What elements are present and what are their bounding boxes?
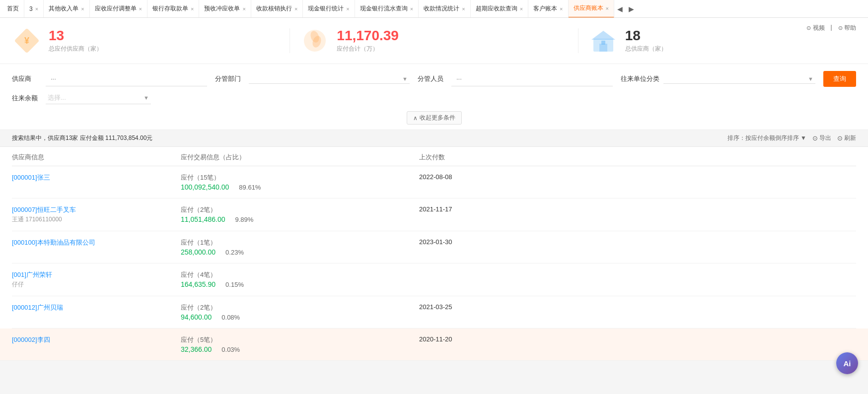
svg-rect-7 <box>599 44 607 52</box>
stat-divider-2 <box>578 28 579 53</box>
nav-tab-collection-stats-close[interactable]: × <box>462 6 465 12</box>
nav-tab-collection-close[interactable]: × <box>294 6 297 12</box>
total-suppliers-icon <box>588 26 618 56</box>
nav-tab-overdue-close[interactable]: × <box>520 6 523 12</box>
category-select[interactable]: ▼ <box>663 74 816 84</box>
supplier-link-2[interactable]: [000100]本特勤油品有限公司 <box>12 239 95 246</box>
nav-tab-bank-deposit[interactable]: 银行存取款单 × <box>147 0 199 18</box>
lastpay-date-0: 2022-08-08 <box>419 173 452 181</box>
nav-tab-3-close[interactable]: × <box>35 6 38 12</box>
nav-tab-cash-flow[interactable]: 现金银行流水查询 × <box>355 0 419 18</box>
play-icon: ⊙ <box>806 25 811 31</box>
store-icon <box>589 27 617 55</box>
svg-rect-8 <box>601 41 605 45</box>
supplier-link-1[interactable]: [000007]恒旺二手叉车 <box>12 206 76 213</box>
nav-tab-supplier-book-label: 供应商账本 <box>574 4 603 12</box>
supplier-link-5[interactable]: [000002]李四 <box>12 336 50 343</box>
trans-percent-3: 0.15% <box>225 281 244 288</box>
trans-amount-2[interactable]: 258,000.00 <box>181 248 216 256</box>
supplier-link-0[interactable]: [000001]张三 <box>12 174 50 181</box>
trans-amount-4[interactable]: 94,600.00 <box>181 313 212 321</box>
nav-tab-collection-stats-label: 收款情况统计 <box>424 4 459 13</box>
stat3-content: 18 总供应商（家） <box>625 29 667 53</box>
category-chevron-icon: ▼ <box>808 76 813 82</box>
query-button[interactable]: 查询 <box>823 71 856 87</box>
nav-tab-other-income-label: 其他收入单 <box>49 4 78 13</box>
stat-payable-total: 11,170.39 应付合计（万） <box>300 26 568 56</box>
table-row: [000007]恒旺二手叉车 王通 17106110000 应付（2笔） 11,… <box>12 198 856 231</box>
results-summary: 搜索结果中，供应商13家 应付金额 111,703,854.00元 <box>12 134 152 142</box>
transaction-cell-5: 应付（5笔） 32,366.00 0.03% <box>181 335 419 353</box>
nav-tab-customer-book[interactable]: 客户账本 × <box>528 0 568 18</box>
transaction-cell-4: 应付（2笔） 94,600.00 0.08% <box>181 303 419 321</box>
video-link[interactable]: ⊙ 视频 <box>806 24 824 32</box>
supplier-filter-input[interactable] <box>48 73 205 84</box>
filter-balance: 往来余额 选择... ▼ <box>12 92 151 104</box>
nav-tab-cash-stats[interactable]: 现金银行统计 × <box>303 0 355 18</box>
sort-label[interactable]: 排序：按应付余额倒序排序 ▼ <box>727 134 806 142</box>
nav-tab-customer-book-close[interactable]: × <box>560 6 563 12</box>
trans-amount-3[interactable]: 164,635.90 <box>181 280 216 288</box>
nav-tab-adjustment[interactable]: 应收应付调整单 × <box>90 0 147 18</box>
nav-tab-other-income[interactable]: 其他收入单 × <box>44 0 89 18</box>
nav-tab-cash-stats-label: 现金银行统计 <box>308 4 344 13</box>
department-select[interactable]: ▼ <box>249 74 410 84</box>
nav-tab-advance-close[interactable]: × <box>242 6 245 12</box>
trans-amount-5[interactable]: 32,366.00 <box>181 345 212 353</box>
col-header-transaction: 应付交易信息（占比） <box>181 153 419 162</box>
transaction-cell-1: 应付（2笔） 11,051,486.00 9.89% <box>181 205 419 223</box>
nav-tab-home[interactable]: 首页 <box>2 0 24 18</box>
nav-tab-collection-stats[interactable]: 收款情况统计 × <box>419 0 470 18</box>
export-button[interactable]: ⊙ 导出 <box>812 134 831 142</box>
col-header-lastpay: 上次付数 <box>419 153 856 162</box>
nav-prev-arrow[interactable]: ◀ <box>614 5 626 13</box>
nav-tab-cash-stats-close[interactable]: × <box>346 6 349 12</box>
table-row: [000012]广州贝瑞 应付（2笔） 94,600.00 0.08% 2021… <box>12 296 856 328</box>
payable-suppliers-icon: ¥ <box>12 26 42 56</box>
nav-tab-advance[interactable]: 预收冲应收单 × <box>199 0 251 18</box>
nav-tab-3[interactable]: 3 × <box>24 0 44 18</box>
nav-tab-adjustment-close[interactable]: × <box>139 6 142 12</box>
nav-tab-collection[interactable]: 收款核销执行 × <box>251 0 303 18</box>
nav-tab-3-label: 3 <box>29 5 33 12</box>
stat-divider-1 <box>289 28 290 53</box>
trans-label-4: 应付（2笔） <box>181 303 217 312</box>
person-filter-input[interactable] <box>453 73 611 84</box>
trans-amount-1[interactable]: 11,051,486.00 <box>181 215 225 223</box>
supplier-link-3[interactable]: [001]广州荣轩 <box>12 271 52 278</box>
supplier-cell-1: [000007]恒旺二手叉车 王通 17106110000 <box>12 205 181 224</box>
lastpay-cell-2: 2023-01-30 <box>419 238 856 246</box>
top-navigation: 首页 3 × 其他收入单 × 应收应付调整单 × 银行存取款单 × 预收冲应收单… <box>0 0 868 18</box>
table-row: [000001]张三 应付（15笔） 100,092,540.00 89.61%… <box>12 166 856 198</box>
lastpay-cell-0: 2022-08-08 <box>419 173 856 181</box>
person-filter-label: 分管人员 <box>418 74 447 83</box>
supplier-cell-4: [000012]广州贝瑞 <box>12 303 181 312</box>
collapse-button[interactable]: ∧ 收起更多条件 <box>407 111 462 125</box>
supplier-cell-3: [001]广州荣轩 仔仔 <box>12 270 181 289</box>
transaction-cell-0: 应付（15笔） 100,092,540.00 89.61% <box>181 173 419 191</box>
trans-percent-5: 0.03% <box>221 346 240 353</box>
refresh-icon: ⊙ <box>837 134 843 142</box>
nav-tab-adjustment-label: 应收应付调整单 <box>95 4 137 13</box>
help-link[interactable]: ⊙ 帮助 <box>838 24 856 32</box>
nav-tab-bank-deposit-close[interactable]: × <box>191 6 194 12</box>
transaction-cell-3: 应付（4笔） 164,635.90 0.15% <box>181 270 419 288</box>
trans-row-3: 应付（4笔） <box>181 270 419 279</box>
balance-select[interactable]: 选择... ▼ <box>46 92 151 104</box>
svg-marker-6 <box>591 31 615 40</box>
nav-tab-cash-flow-close[interactable]: × <box>410 6 413 12</box>
nav-tab-supplier-book[interactable]: 供应商账本 × <box>569 0 614 18</box>
nav-tab-supplier-book-close[interactable]: × <box>606 5 609 11</box>
export-icon: ⊙ <box>812 134 818 142</box>
refresh-button[interactable]: ⊙ 刷新 <box>837 134 856 142</box>
filter-category: 往来单位分类 ▼ <box>621 74 816 84</box>
results-actions: 排序：按应付余额倒序排序 ▼ ⊙ 导出 ⊙ 刷新 <box>727 134 856 142</box>
trans-amount-0[interactable]: 100,092,540.00 <box>181 183 229 191</box>
nav-next-arrow[interactable]: ▶ <box>626 5 637 13</box>
separator: | <box>831 24 832 32</box>
nav-tab-other-income-close[interactable]: × <box>81 6 84 12</box>
supplier-link-4[interactable]: [000012]广州贝瑞 <box>12 304 63 311</box>
nav-tab-overdue[interactable]: 超期应收款查询 × <box>471 0 528 18</box>
header-stats: ¥ 13 总应付供应商（家） 11,170.39 应付合计（万） <box>0 18 868 64</box>
col-header-supplier: 供应商信息 <box>12 153 181 162</box>
